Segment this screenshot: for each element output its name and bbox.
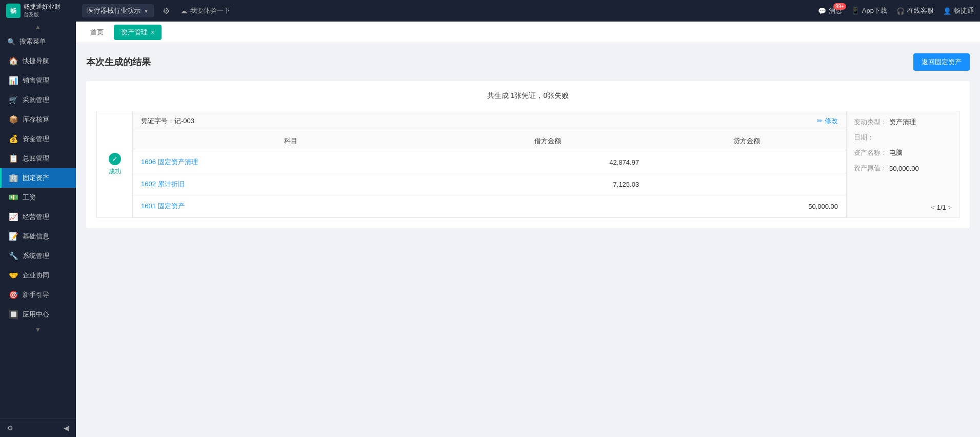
sidebar-scroll-up[interactable]: ▲: [0, 22, 76, 32]
sidebar-item-label: 资金管理: [23, 134, 49, 144]
sidebar-item-ledger[interactable]: 📋 总账管理: [0, 149, 76, 168]
col-subject: 科目: [133, 131, 448, 151]
asset-name-label: 资产名称：: [854, 148, 887, 157]
sidebar-item-label: 基础信息: [23, 232, 49, 241]
experience-label: 我要体验一下: [190, 6, 230, 15]
sidebar-item-operations[interactable]: 📈 经营管理: [0, 207, 76, 227]
sidebar-item-label: 固定资产: [23, 173, 49, 183]
operations-icon: 📈: [9, 212, 18, 222]
sidebar-item-label: 经营管理: [23, 212, 49, 222]
sidebar-settings-icon[interactable]: ⚙: [7, 424, 13, 432]
sidebar-item-label: 库存核算: [23, 115, 49, 124]
result-panel: 共生成 1张凭证，0张失败 ✓ 成功 凭证字号：记-003: [86, 81, 970, 228]
company-name: 医疗器械行业演示: [87, 6, 141, 15]
prev-page-icon[interactable]: <: [931, 204, 935, 211]
tab-close-icon[interactable]: ×: [151, 29, 154, 36]
logo-text: 畅捷通好业财 普及版: [24, 3, 61, 18]
tab-home[interactable]: 首页: [84, 28, 110, 37]
logo-line2: 普及版: [24, 11, 61, 18]
chevron-down-icon: ▼: [144, 8, 149, 14]
top-header: 畅 畅捷通好业财 普及版 医疗器械行业演示 ▼ ⚙ ☁ 我要体验一下 💬 消息 …: [0, 0, 980, 22]
table-row: 1601 固定资产 50,000.00: [133, 195, 846, 217]
sales-icon: 📊: [9, 76, 18, 85]
tab-asset-management[interactable]: 资产管理 ×: [114, 25, 162, 40]
sidebar-item-fixed-assets[interactable]: 🏢 固定资产: [0, 168, 76, 188]
logo-area: 畅 畅捷通好业财 普及版: [6, 3, 82, 18]
row2-debit: 7,125.03: [448, 173, 647, 195]
message-button[interactable]: 💬 消息 99: [818, 6, 842, 15]
sidebar-item-inventory[interactable]: 📦 库存核算: [0, 110, 76, 129]
sidebar-item-label: 总账管理: [23, 154, 49, 163]
online-service-button[interactable]: 🎧 在线客服: [896, 6, 934, 15]
sidebar-item-app-center[interactable]: 🔲 应用中心: [0, 305, 76, 324]
message-icon: 💬: [818, 7, 826, 15]
app-download-label: App下载: [862, 6, 887, 15]
sidebar: ▲ 🔍 搜索菜单 🏠 快捷导航 📊 销售管理 🛒 采购管理 📦 库存核算 💰 资…: [0, 22, 76, 437]
sidebar-collapse-icon[interactable]: ◀: [64, 424, 69, 432]
fixed-assets-icon: 🏢: [9, 173, 18, 183]
company-selector[interactable]: 医疗器械行业演示 ▼: [82, 4, 154, 17]
change-type-value: 资产清理: [889, 117, 916, 127]
home-icon: 🏠: [9, 56, 18, 66]
user-avatar-icon: 👤: [943, 7, 951, 15]
sidebar-item-label: 销售管理: [23, 76, 49, 85]
voucher-header-row: 凭证字号：记-003 ✏ 修改: [133, 111, 846, 131]
message-badge: 99: [833, 3, 846, 10]
sidebar-item-system[interactable]: 🔧 系统管理: [0, 246, 76, 266]
page-content: 本次生成的结果 返回固定资产 共生成 1张凭证，0张失败 ✓ 成功: [76, 43, 980, 437]
sidebar-item-guide[interactable]: 🎯 新手引导: [0, 285, 76, 305]
original-value-label: 资产原值：: [854, 164, 887, 173]
sidebar-bottom: ⚙ ◀: [0, 419, 76, 437]
sidebar-item-sales[interactable]: 📊 销售管理: [0, 71, 76, 90]
edit-button[interactable]: ✏ 修改: [817, 116, 838, 126]
user-menu[interactable]: 👤 畅捷通: [943, 6, 974, 15]
user-label: 畅捷通: [954, 6, 974, 15]
experience-button[interactable]: ☁ 我要体验一下: [181, 6, 230, 15]
voucher-number: 凭证字号：记-003: [141, 116, 194, 126]
row1-debit: 42,874.97: [448, 151, 647, 173]
info-asset-name: 资产名称： 电脑: [854, 148, 952, 157]
guide-icon: 🎯: [9, 290, 18, 300]
sidebar-item-enterprise[interactable]: 🤝 企业协同: [0, 266, 76, 285]
settings-icon[interactable]: ⚙: [158, 3, 174, 19]
sidebar-item-label: 系统管理: [23, 251, 49, 261]
success-text: 成功: [109, 167, 121, 176]
sidebar-item-salary[interactable]: 💵 工资: [0, 188, 76, 207]
sidebar-item-quick-nav[interactable]: 🏠 快捷导航: [0, 51, 76, 71]
row3-credit: 50,000.00: [647, 195, 846, 217]
info-change-type: 变动类型： 资产清理: [854, 117, 952, 127]
next-page-icon[interactable]: >: [948, 204, 952, 211]
asset-name-value: 电脑: [889, 148, 903, 157]
logo-icon: 畅: [6, 4, 21, 18]
tab-label: 资产管理: [121, 28, 148, 37]
change-type-label: 变动类型：: [854, 117, 887, 127]
sidebar-item-basic-info[interactable]: 📝 基础信息: [0, 227, 76, 246]
sidebar-item-label: 应用中心: [23, 310, 49, 319]
content-area: 首页 资产管理 × 本次生成的结果 返回固定资产 共生成 1张凭证，0张失败: [76, 22, 980, 437]
voucher-table-area: 凭证字号：记-003 ✏ 修改 科目 借方金额 贷方金额: [133, 111, 846, 217]
voucher-table: 科目 借方金额 贷方金额 1606 固定资产清理 42,874.97: [133, 131, 846, 217]
sidebar-item-purchase[interactable]: 🛒 采购管理: [0, 90, 76, 110]
sidebar-scroll-down[interactable]: ▼: [0, 324, 76, 334]
col-credit: 贷方金额: [647, 131, 846, 151]
sidebar-item-funds[interactable]: 💰 资金管理: [0, 129, 76, 149]
home-tab-label: 首页: [90, 28, 104, 36]
logo-line1: 畅捷通好业财: [24, 3, 61, 11]
tab-bar: 首页 资产管理 ×: [76, 22, 980, 43]
date-label: 日期：: [854, 133, 874, 142]
online-service-label: 在线客服: [907, 6, 934, 15]
sidebar-search[interactable]: 🔍 搜索菜单: [0, 32, 76, 51]
table-row: 1602 累计折旧 7,125.03: [133, 173, 846, 195]
download-icon: 📱: [851, 7, 859, 15]
page-header: 本次生成的结果 返回固定资产: [86, 53, 970, 71]
sidebar-item-label: 采购管理: [23, 95, 49, 105]
info-date: 日期：: [854, 133, 952, 142]
original-value-value: 50,000.00: [889, 165, 919, 172]
salary-icon: 💵: [9, 193, 18, 202]
voucher-section: ✓ 成功 凭证字号：记-003 ✏ 修改: [96, 111, 959, 218]
app-download-button[interactable]: 📱 App下载: [851, 6, 887, 15]
purchase-icon: 🛒: [9, 95, 18, 105]
return-button[interactable]: 返回固定资产: [913, 53, 970, 71]
table-row: 1606 固定资产清理 42,874.97: [133, 151, 846, 173]
service-icon: 🎧: [896, 7, 905, 15]
